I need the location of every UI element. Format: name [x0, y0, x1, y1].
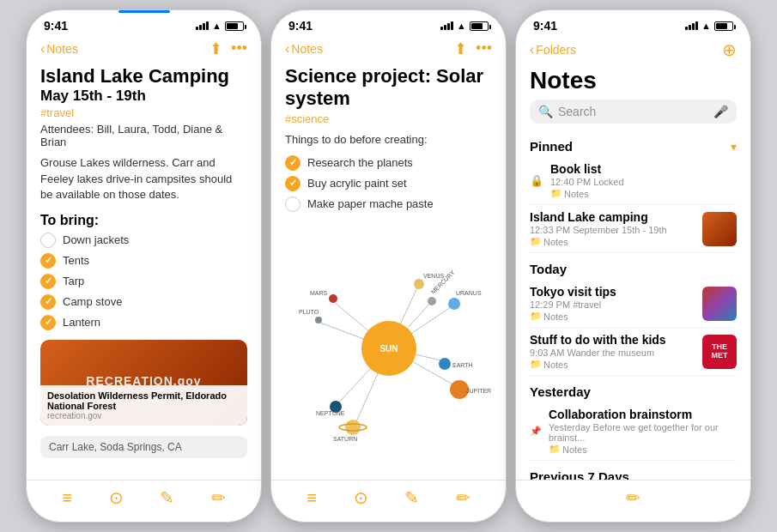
note-title-camping-list: Island Lake camping — [530, 210, 695, 224]
svg-text:PLUTO: PLUTO — [299, 309, 319, 315]
note-row-kids[interactable]: Stuff to do with the kids 9:03 AM Wander… — [530, 328, 737, 376]
list-icon-2[interactable]: ≡ — [307, 488, 317, 508]
sci-check-0: Research the planets — [271, 153, 506, 173]
checkbox-1[interactable] — [40, 253, 56, 269]
status-icons-2: ▲ — [440, 21, 489, 31]
signal-icon-2 — [440, 21, 453, 30]
checklist-item-4: Lantern — [27, 312, 261, 333]
prev7-section-header: Previous 7 Days — [530, 461, 737, 480]
toolbar-1: ≡ ⊙ ✎ ✏ — [27, 480, 261, 522]
toolbar-3: ✏ — [516, 480, 750, 522]
phone-notes-list: 9:41 ▲ ‹ Folders ⊕ — [515, 9, 751, 523]
back-button-2[interactable]: ‹ Notes — [285, 41, 323, 57]
note-info-collab: Collaboration brainstorm Yesterday Befor… — [549, 408, 737, 455]
list-icon[interactable]: ≡ — [62, 488, 72, 508]
compose-icon-3[interactable]: ✏ — [626, 487, 640, 508]
share-button[interactable]: ⬆ — [209, 39, 222, 58]
svg-text:MARS: MARS — [310, 290, 328, 296]
svg-text:NEPTUNE: NEPTUNE — [316, 410, 345, 416]
compose-icon-2[interactable]: ✏ — [456, 487, 470, 508]
note-tag-camping: #travel — [27, 105, 261, 121]
note-folder-kids: 📁 Notes — [530, 359, 695, 370]
note-meta-kids: 9:03 AM Wander the museum — [530, 348, 695, 358]
checklist-label-2: Tarp — [63, 275, 84, 287]
thumb-camping — [702, 212, 737, 246]
signal-icon — [196, 21, 209, 30]
to-bring-header: To bring: — [27, 208, 261, 230]
wifi-icon: ▲ — [212, 21, 222, 31]
science-intro: Things to do before creating: — [271, 127, 506, 153]
today-section-header: Today — [530, 253, 737, 280]
chevron-down-icon[interactable]: ▾ — [731, 140, 737, 154]
note-row-tokyo[interactable]: Tokyo visit tips 12:29 PM #travel 📁 Note… — [530, 280, 737, 328]
chevron-back-icon: ‹ — [40, 41, 45, 57]
mic-icon[interactable]: 🎤 — [713, 105, 728, 118]
pinned-title: Pinned — [530, 139, 573, 154]
status-bar-3: 9:41 ▲ — [516, 10, 750, 36]
notes-list-header: Notes 🔍 Search 🎤 — [516, 63, 750, 130]
checklist-item-1: Tents — [27, 251, 261, 271]
search-icon: 🔍 — [538, 105, 553, 118]
thumb-tokyo — [702, 287, 737, 321]
checklist-item-2: Tarp — [27, 271, 261, 292]
camera-icon[interactable]: ⊙ — [109, 487, 124, 508]
pencil-icon[interactable]: ✎ — [160, 487, 174, 508]
note-date-camping: May 15th - 19th — [27, 88, 261, 105]
search-bar[interactable]: 🔍 Search 🎤 — [530, 100, 737, 124]
camping-image: RECREATION.gov Desolation Wilderness Per… — [40, 340, 247, 426]
sci-label-1: Buy acrylic paint set — [307, 177, 407, 190]
sci-label-2: Make paper mache paste — [307, 197, 434, 210]
note-folder-tokyo: 📁 Notes — [530, 311, 695, 322]
checklist-label-1: Tents — [63, 254, 89, 267]
note-attendees: Attendees: Bill, Laura, Todd, Diane & Br… — [27, 121, 261, 150]
compose-icon[interactable]: ✏ — [211, 487, 226, 508]
today-title: Today — [530, 262, 567, 276]
phone-camping: 9:41 ▲ ‹ Notes ⬆ — [26, 9, 262, 523]
sci-checkbox-0[interactable] — [285, 155, 300, 171]
camera-icon-2[interactable]: ⊙ — [354, 487, 368, 508]
sci-check-1: Buy acrylic paint set — [271, 173, 506, 194]
time-2: 9:41 — [288, 19, 313, 33]
svg-point-26 — [448, 298, 460, 310]
science-tag: #science — [271, 111, 506, 127]
checkbox-4[interactable] — [40, 315, 56, 330]
folder-icon: 📁 — [550, 188, 562, 199]
sci-checkbox-1[interactable] — [285, 176, 300, 191]
sci-checkbox-2[interactable] — [285, 196, 300, 212]
share-button-2[interactable]: ⬆ — [454, 39, 467, 58]
svg-point-11 — [428, 297, 436, 305]
checklist-item-0: Down jackets — [27, 230, 261, 251]
pencil-icon-2[interactable]: ✎ — [404, 487, 419, 508]
checklist-label-0: Down jackets — [63, 233, 129, 246]
checkbox-3[interactable] — [40, 294, 56, 310]
checkbox-2[interactable] — [40, 274, 56, 289]
note-row-camping[interactable]: Island Lake camping 12:33 PM September 1… — [530, 205, 737, 253]
battery-icon-3 — [714, 21, 733, 31]
time-1: 9:41 — [44, 19, 68, 33]
nav-actions-2: ⬆ ••• — [454, 39, 492, 58]
svg-point-24 — [315, 317, 322, 323]
back-button-1[interactable]: ‹ Notes — [40, 41, 78, 57]
note-title-booklist: Book list — [550, 162, 737, 176]
notes-page-title: Notes — [530, 67, 737, 94]
sci-check-2: Make paper mache paste — [271, 194, 506, 215]
note-row-collab[interactable]: 📌 Collaboration brainstorm Yesterday Bef… — [530, 402, 737, 461]
back-label-2: Notes — [291, 42, 323, 56]
nav-bar-3: ‹ Folders ⊕ — [516, 36, 750, 63]
note-row-booklist[interactable]: 🔒 Book list 12:40 PM Locked 📁 Notes — [530, 157, 737, 205]
checkbox-0[interactable] — [40, 233, 56, 248]
add-note-button[interactable]: ⊕ — [722, 39, 737, 60]
note-info-tokyo: Tokyo visit tips 12:29 PM #travel 📁 Note… — [530, 285, 695, 322]
nav-actions-1: ⬆ ••• — [209, 39, 247, 58]
back-to-folders[interactable]: ‹ Folders — [530, 42, 576, 57]
note-folder-camping: 📁 Notes — [530, 236, 695, 247]
more-button-2[interactable]: ••• — [476, 39, 492, 58]
note-meta-booklist: 12:40 PM Locked — [550, 177, 737, 187]
note-info-booklist: Book list 12:40 PM Locked 📁 Notes — [550, 162, 737, 199]
note-meta-tokyo: 12:29 PM #travel — [530, 299, 695, 310]
svg-text:SATURN: SATURN — [333, 436, 357, 442]
yesterday-section-header: Yesterday — [530, 376, 737, 402]
status-icons-1: ▲ — [196, 21, 244, 31]
sci-label-0: Research the planets — [307, 156, 413, 169]
more-button[interactable]: ••• — [231, 39, 247, 58]
